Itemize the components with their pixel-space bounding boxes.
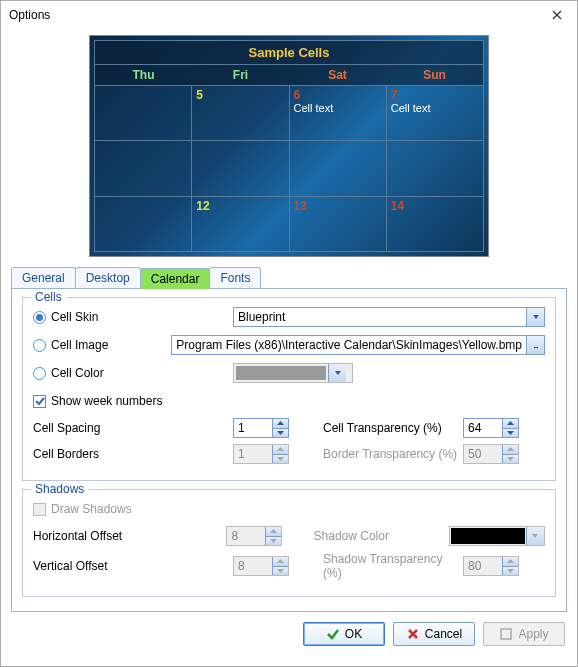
shadow-color-swatch	[451, 528, 525, 544]
cell-text: Cell text	[391, 102, 479, 114]
arrow-up-icon[interactable]	[273, 419, 288, 429]
border-transparency-value: 50	[464, 445, 502, 463]
tab-general[interactable]: General	[11, 267, 76, 288]
cell-skin-combo[interactable]: Blueprint	[233, 307, 545, 327]
arrow-down-icon	[266, 537, 281, 546]
arrow-up-icon[interactable]	[503, 419, 518, 429]
shadow-color-combo	[449, 526, 545, 546]
tabstrip: GeneralDesktopCalendarFonts	[11, 267, 567, 289]
shadows-fieldset: Shadows Draw Shadows Horizontal Offset 8	[22, 489, 556, 597]
shadows-legend: Shadows	[31, 482, 88, 496]
close-icon	[552, 10, 562, 20]
shadow-transparency-value: 80	[464, 557, 502, 575]
calendar-cell: 13	[290, 197, 387, 251]
arrow-up-icon	[273, 445, 288, 455]
preview-headers: Thu Fri Sat Sun	[95, 65, 483, 86]
cell-spacing-spinner[interactable]: 1	[233, 418, 289, 438]
cell-color-swatch	[236, 366, 326, 380]
arrow-up-icon	[503, 445, 518, 455]
arrow-up-icon	[266, 527, 281, 537]
horizontal-offset-label: Horizontal Offset	[33, 529, 226, 543]
draw-shadows-checkbox	[33, 503, 46, 516]
arrow-down-icon[interactable]	[503, 429, 518, 438]
shadow-transparency-label: Shadow Transparency (%)	[323, 552, 463, 580]
calendar-cell: 14	[387, 197, 483, 251]
options-dialog: Options Sample Cells Thu Fri Sat Sun 56C…	[0, 0, 578, 667]
calendar-cell: 12	[192, 197, 289, 251]
chevron-down-icon	[328, 364, 346, 382]
cell-image-value: Program Files (x86)\Interactive Calendar…	[172, 336, 526, 354]
cell-image-field[interactable]: Program Files (x86)\Interactive Calendar…	[171, 335, 545, 355]
cells-legend: Cells	[31, 290, 66, 304]
day-number: 5	[196, 88, 284, 102]
vertical-offset-spinner: 8	[233, 556, 289, 576]
cell-borders-spinner: 1	[233, 444, 289, 464]
day-number: 6	[294, 88, 382, 102]
arrow-down-icon[interactable]	[273, 429, 288, 438]
tab-calendar[interactable]: Calendar	[140, 268, 211, 289]
chevron-down-icon	[526, 308, 544, 326]
cell-image-radio[interactable]	[33, 339, 46, 352]
button-bar: OK Cancel Apply	[1, 616, 577, 656]
cell-skin-label: Cell Skin	[51, 310, 98, 324]
calendar-cell	[192, 141, 289, 195]
titlebar: Options	[1, 1, 577, 29]
day-number: 12	[196, 199, 284, 213]
horizontal-offset-value: 8	[227, 527, 265, 545]
svg-rect-0	[501, 629, 511, 639]
tab-desktop[interactable]: Desktop	[75, 267, 141, 288]
chevron-down-icon	[526, 527, 544, 545]
border-transparency-label: Border Transparency (%)	[323, 447, 463, 461]
arrow-down-icon	[273, 567, 288, 576]
cell-text: Cell text	[294, 102, 382, 114]
cell-color-label: Cell Color	[51, 366, 104, 380]
preview-grid: 56Cell text7Cell text121314	[95, 86, 483, 251]
preview-title: Sample Cells	[95, 41, 483, 65]
header-sun: Sun	[386, 65, 483, 85]
header-sat: Sat	[289, 65, 386, 85]
calendar-cell: 7Cell text	[387, 86, 483, 140]
vertical-offset-label: Vertical Offset	[33, 559, 233, 573]
tabs-area: GeneralDesktopCalendarFonts Cells Cell S…	[1, 261, 577, 616]
cell-image-label: Cell Image	[51, 338, 108, 352]
apply-button: Apply	[483, 622, 565, 646]
cell-borders-label: Cell Borders	[33, 447, 233, 461]
browse-button[interactable]: ...	[526, 336, 544, 354]
arrow-down-icon	[273, 455, 288, 464]
cell-skin-value: Blueprint	[234, 308, 526, 326]
calendar-cell	[290, 141, 387, 195]
shadow-transparency-spinner: 80	[463, 556, 519, 576]
tab-panel: Cells Cell Skin Blueprint	[11, 289, 567, 612]
tab-fonts[interactable]: Fonts	[209, 267, 261, 288]
cell-spacing-label: Cell Spacing	[33, 421, 233, 435]
vertical-offset-value: 8	[234, 557, 272, 575]
cell-transparency-value: 64	[464, 419, 502, 437]
window-title: Options	[9, 8, 50, 22]
arrow-up-icon	[503, 557, 518, 567]
border-transparency-spinner: 50	[463, 444, 519, 464]
apply-icon	[499, 627, 513, 641]
calendar-cell	[95, 197, 192, 251]
horizontal-offset-spinner: 8	[226, 526, 282, 546]
calendar-cell	[95, 141, 192, 195]
calendar-preview: Sample Cells Thu Fri Sat Sun 56Cell text…	[89, 35, 489, 257]
cell-color-combo[interactable]	[233, 363, 353, 383]
show-week-numbers-label: Show week numbers	[51, 394, 162, 408]
draw-shadows-label: Draw Shadows	[51, 502, 132, 516]
arrow-down-icon	[503, 455, 518, 464]
cell-spacing-value: 1	[234, 419, 272, 437]
cancel-button[interactable]: Cancel	[393, 622, 475, 646]
header-fri: Fri	[192, 65, 289, 85]
day-number: 14	[391, 199, 479, 213]
arrow-up-icon	[273, 557, 288, 567]
cell-skin-radio[interactable]	[33, 311, 46, 324]
check-icon	[326, 627, 340, 641]
shadow-color-label: Shadow Color	[314, 529, 449, 543]
ok-button[interactable]: OK	[303, 622, 385, 646]
show-week-numbers-checkbox[interactable]	[33, 395, 46, 408]
calendar-cell	[387, 141, 483, 195]
cell-color-radio[interactable]	[33, 367, 46, 380]
cell-transparency-spinner[interactable]: 64	[463, 418, 519, 438]
close-button[interactable]	[545, 5, 569, 25]
calendar-cell: 6Cell text	[290, 86, 387, 140]
